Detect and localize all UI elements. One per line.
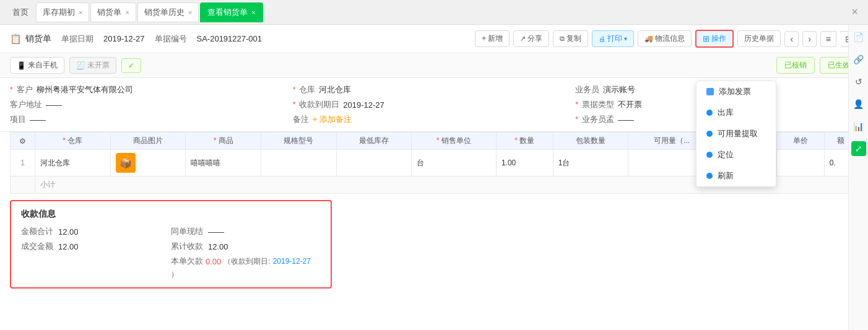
row-spec [261,150,336,176]
locate-icon [706,152,713,158]
print-btn[interactable]: 🖨 打印 ▾ [592,30,634,47]
invoice-icon: 🧾 [76,61,85,70]
due-date-required: * [293,100,296,109]
logistics-icon: 🚚 [644,35,653,43]
print-dropdown-icon: ▾ [624,35,627,42]
col-product-img: 商品图片 [110,132,186,150]
view-list-btn[interactable]: ≡ [820,31,836,47]
logistics-btn[interactable]: 🚚 物流信息 [638,30,692,47]
doc-number-value: SA-20191227-001 [197,34,263,43]
warehouse-value: 河北仓库 [319,84,351,95]
current-due-value: 0.00 [206,257,221,266]
available-qty-icon [706,131,713,137]
col-min-stock: 最低库存 [336,132,412,150]
invoice-type-required: * [575,100,578,109]
outbound-icon [706,110,713,116]
dropdown-add-invoice[interactable]: 添加发票 [697,81,776,102]
col-spec: 规格型号 [261,132,336,150]
row-unit: 台 [412,150,497,176]
dropdown-refresh[interactable]: 刷新 [697,165,776,186]
transaction-amount-label: 成交金额 [21,241,53,252]
invoice-type-value: 不开票 [618,99,642,110]
due-date-note-value: 2019-12-27 [273,257,311,266]
payment-title: 收款信息 [21,209,321,220]
from-phone-btn[interactable]: 📱 来自手机 [10,57,64,74]
remark-label: 备注 [293,114,309,125]
tab-sales-order-history[interactable]: 销货单历史 × [137,2,199,22]
tab-close-history[interactable]: × [188,9,192,16]
tab-view-sales-order[interactable]: 查看销货单 × [200,2,263,22]
tab-close-view[interactable]: × [251,9,255,16]
nav-prev-btn[interactable]: ‹ [784,31,799,47]
current-due-label: 本单欠款 [171,256,203,267]
same-order-value: —— [208,227,224,237]
share-btn[interactable]: ↗ 分享 [513,30,549,47]
row-unit-price [776,150,824,176]
doc-number-label: 单据编号 [155,33,187,45]
operations-btn[interactable]: ⊞ 操作 [695,30,734,48]
staff-label: 业务员 [575,84,599,95]
sales-staff-value: —— [618,115,634,124]
tab-close-sales-order[interactable]: × [125,9,129,16]
nav-next-btn[interactable]: › [802,31,817,47]
customer-value: 柳州粤港平安气体有限公司 [37,84,133,95]
check-icon: ✓ [128,61,134,70]
history-btn[interactable]: 历史单据 [737,30,781,47]
row-product: 嘻嘻嘻嘻 [186,150,261,176]
row-num: 1 [11,150,35,176]
doc-type-label: 📋 销货单 [10,33,51,45]
tab-inventory-init[interactable]: 库存期初 × [36,2,89,22]
row-pack-qty: 1台 [553,150,628,176]
doc-date-label: 单据日期 [61,33,93,45]
col-pack-qty: 包装数量 [553,132,628,150]
print-icon: 🖨 [599,35,605,43]
warehouse-required: * [293,85,296,94]
row-min-stock [336,150,412,176]
sidebar-link-icon[interactable]: 🔗 [851,52,866,67]
doc-date-value: 2019-12-27 [103,34,145,43]
not-open-invoice-btn[interactable]: 🧾 未开票 [69,57,116,74]
address-label: 客户地址 [10,99,42,110]
row-qty: 1.00 [496,150,553,176]
col-product: * 商品 [186,132,261,150]
same-order-label: 同单现结 [171,226,203,237]
sales-staff-label: 业务员孟 [582,114,614,125]
copy-icon: ⧉ [560,35,565,43]
col-qty: * 数量 [496,132,553,150]
due-date-label: 收款到期日 [299,99,339,110]
warehouse-label: 仓库 [299,84,315,95]
operations-dropdown: 添加发票 出库 可用量提取 定位 刷新 [696,80,776,187]
col-unit: * 销售单位 [412,132,497,150]
add-remark-btn[interactable]: + 添加备注 [313,114,352,125]
tab-home[interactable]: 首页 [5,2,36,22]
operations-grid-icon: ⊞ [703,34,710,43]
col-gear[interactable]: ⚙ [11,132,35,150]
tab-sales-order[interactable]: 销货单 × [90,2,136,22]
dropdown-available-qty[interactable]: 可用量提取 [697,123,776,144]
already-cancelled-btn[interactable]: 已核销 [776,57,815,74]
row-product-img: 📦 [110,150,186,176]
new-btn[interactable]: + 新增 [475,30,510,47]
col-unit-price: 单价 [776,132,824,150]
check-btn[interactable]: ✓ [121,58,141,73]
sidebar-chart-icon[interactable]: 📊 [851,119,866,134]
total-amount-label: 金额合计 [21,226,53,237]
dropdown-outbound[interactable]: 出库 [697,102,776,123]
window-close-btn[interactable]: × [846,6,863,19]
invoice-type-label: 票据类型 [582,99,614,110]
dropdown-locate[interactable]: 定位 [697,144,776,165]
address-value: —— [46,100,62,110]
sidebar-doc-icon[interactable]: 📄 [851,30,866,45]
col-warehouse: * 仓库 [35,132,111,150]
due-date-note: （收款到期日: [224,256,270,267]
sidebar-refresh-icon[interactable]: ↺ [851,74,866,89]
sidebar-user-icon[interactable]: 👤 [851,97,866,111]
add-invoice-icon [706,88,714,95]
row-warehouse: 河北仓库 [35,150,111,176]
sidebar-expand-icon[interactable]: ⤢ [851,141,866,156]
phone-icon: 📱 [17,61,26,70]
tab-close-inventory-init[interactable]: × [79,9,82,16]
copy-btn[interactable]: ⧉ 复制 [553,30,588,47]
project-value: —— [30,115,46,124]
cumulative-payment-label: 累计收款 [171,241,203,252]
